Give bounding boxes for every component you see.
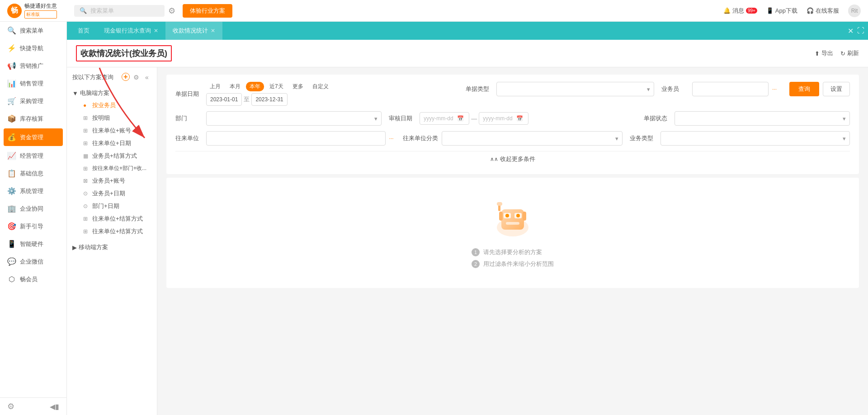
scheme-item-dept-date[interactable]: ⊙ 部门+日期	[72, 200, 151, 212]
date-btn-custom[interactable]: 自定义	[309, 82, 332, 91]
sidebar-item-wechat[interactable]: 💬 企业微信	[0, 253, 66, 270]
unit-dept-collect-label: 按往来单位+部门+收...	[92, 165, 146, 172]
svg-point-5	[516, 214, 520, 217]
export-btn[interactable]: ⬆ 导出	[815, 49, 833, 57]
counterparty-cat-dropdown[interactable]: ▾	[442, 131, 623, 146]
sidebar-item-operations[interactable]: 📈 经营管理	[0, 147, 66, 165]
wechat-icon: 💬	[7, 257, 16, 266]
tab-maximize-icon[interactable]: ⛶	[857, 27, 864, 35]
dept-date-icon: ⊙	[83, 203, 90, 209]
tab-bar: 首页 现金银行流水查询 ✕ 收款情况统计 ✕ ✕ ⛶	[67, 22, 868, 40]
bill-type-dropdown[interactable]: ▾	[496, 82, 654, 96]
scheme-item-staff-account[interactable]: ⊠ 业务员+账号	[72, 174, 151, 187]
scheme-add-icon[interactable]: +	[122, 73, 130, 81]
counterparty-more-btn[interactable]: ···	[387, 135, 396, 141]
settings-btn-filter[interactable]: 设置	[823, 82, 850, 96]
svg-point-4	[505, 214, 509, 217]
unit-date-icon: ⊞	[83, 140, 90, 146]
sidebar-item-smart-hw[interactable]: 📱 智能硬件	[0, 235, 66, 253]
scheme-mobile-title[interactable]: ▶ 移动端方案	[72, 241, 151, 253]
query-btn[interactable]: 查询	[789, 82, 819, 96]
sidebar-item-enterprise[interactable]: 🏢 企业协同	[0, 200, 66, 217]
tab-bar-right: ✕ ⛶	[848, 27, 864, 35]
tab-home[interactable]: 首页	[71, 27, 97, 35]
bill-status-dropdown[interactable]: ▾	[675, 111, 850, 126]
mobile-expand-icon: ▶	[72, 244, 77, 251]
staff-more-btn[interactable]: ···	[770, 86, 778, 92]
bottom-collapse-icon[interactable]: ◀▮	[50, 402, 59, 411]
bottom-settings-icon[interactable]: ⚙	[7, 401, 14, 411]
date-btn-this-month[interactable]: 本月	[226, 82, 244, 91]
date-picker-area: 上月 本月 本年 近7天 更多 自定义 2023-01-01	[206, 82, 332, 106]
messages-btn[interactable]: 🔔 消息 99+	[723, 7, 757, 15]
scheme-item-staff-date[interactable]: ⊙ 业务员+日期	[72, 187, 151, 200]
header-search-box[interactable]: 🔍 搜索菜单	[74, 5, 165, 17]
filter-row-1: 单据日期 上月 本月 本年 近7天 更多 自定义	[175, 82, 850, 106]
tab-collection-stats-label: 收款情况统计	[173, 27, 208, 35]
online-service-btn[interactable]: 🎧 在线客服	[807, 7, 839, 15]
sidebar-label-guide: 新手引导	[20, 222, 43, 231]
svg-rect-7	[499, 212, 503, 221]
date-quick-btns: 上月 本月 本年 近7天 更多 自定义	[206, 82, 332, 91]
tab-bank-flow-close[interactable]: ✕	[154, 28, 158, 34]
audit-start-placeholder: yyyy-mm-dd	[424, 115, 453, 122]
export-label: 导出	[821, 49, 833, 57]
tab-collection-stats[interactable]: 收款情况统计 ✕	[165, 22, 222, 40]
filter-staff-group: 业务员 ··· 查询 设置	[661, 82, 850, 96]
date-btn-last-month[interactable]: 上月	[206, 82, 224, 91]
sidebar-item-member[interactable]: ⬡ 畅会员	[0, 270, 66, 288]
dept-dropdown[interactable]: ▾	[206, 111, 382, 126]
staff-dropdown[interactable]	[692, 82, 769, 96]
sidebar-item-quick-nav[interactable]: ⚡ 快捷导航	[0, 39, 66, 57]
scheme-item-staff-settlement[interactable]: ▦ 业务员+结算方式	[72, 150, 151, 162]
desktop-expand-icon: ▼	[72, 90, 78, 97]
app-download-btn[interactable]: 📱 App下载	[766, 7, 797, 15]
scheme-item-unit-account[interactable]: ⊞ 往来单位+账号	[72, 124, 151, 137]
scheme-item-by-staff[interactable]: ● 按业务员	[72, 99, 151, 112]
mobile-title-label: 移动端方案	[79, 243, 108, 251]
sidebar-item-basic-info[interactable]: 📋 基础信息	[0, 165, 66, 182]
scheme-item-by-detail[interactable]: ⊞ 按明细	[72, 112, 151, 124]
date-btn-7days[interactable]: 近7天	[266, 82, 287, 91]
date-btn-this-year[interactable]: 本年	[246, 82, 264, 91]
sidebar-item-sys-admin[interactable]: ⚙️ 系统管理	[0, 182, 66, 200]
trial-btn[interactable]: 体验行业方案	[183, 4, 232, 18]
bill-type-label: 单据类型	[466, 85, 493, 93]
sidebar-item-purchase[interactable]: 🛒 采购管理	[0, 92, 66, 110]
scheme-item-unit-date[interactable]: ⊞ 往来单位+日期	[72, 137, 151, 150]
headset-icon: 🎧	[807, 7, 814, 14]
sidebar-item-guide[interactable]: 🎯 新手引导	[0, 217, 66, 235]
refresh-btn[interactable]: ↻ 刷新	[840, 49, 859, 57]
date-end-input[interactable]: 2023-12-31	[251, 93, 287, 106]
audit-start-input[interactable]: yyyy-mm-dd 📅	[420, 112, 469, 125]
collapse-bar[interactable]: ∧∧ 收起更多条件	[175, 151, 850, 167]
counterparty-dropdown[interactable]	[206, 131, 386, 146]
date-start-input[interactable]: 2023-01-01	[206, 93, 242, 106]
user-avatar[interactable]: Rit	[848, 5, 861, 17]
settings-icon[interactable]: ⚙	[168, 6, 175, 16]
scheme-item-unit-settlement1[interactable]: ⊞ 往来单位+结算方式	[72, 212, 151, 225]
sidebar-item-marketing[interactable]: 📢 营销推广	[0, 57, 66, 75]
sidebar-item-search-menu[interactable]: 🔍 搜索菜单	[0, 22, 66, 39]
filter-dept-group: 部门 ▾	[175, 111, 382, 126]
audit-end-input[interactable]: yyyy-mm-dd 📅	[479, 112, 528, 125]
sidebar-item-inventory[interactable]: 📦 库存核算	[0, 110, 66, 127]
scheme-collapse-icon[interactable]: «	[142, 73, 151, 82]
business-type-dropdown[interactable]: ▾	[660, 131, 850, 146]
date-btn-more[interactable]: 更多	[289, 82, 307, 91]
scheme-desktop-title[interactable]: ▼ 电脑端方案	[72, 87, 151, 99]
date-end-value: 2023-12-31	[255, 96, 283, 103]
tab-collection-stats-close[interactable]: ✕	[211, 28, 215, 34]
svg-rect-8	[523, 212, 526, 221]
by-staff-icon: ●	[83, 102, 90, 108]
scheme-item-unit-dept-collect[interactable]: ⊞ 按往来单位+部门+收...	[72, 162, 151, 174]
bill-status-label: 单据状态	[644, 114, 671, 123]
tab-bank-flow[interactable]: 现金银行流水查询 ✕	[97, 22, 165, 40]
scheme-settings-icon[interactable]: ⚙	[132, 73, 141, 82]
scheme-item-unit-settlement2[interactable]: ⊞ 往来单位+结算方式	[72, 225, 151, 238]
tab-close-all-icon[interactable]: ✕	[848, 27, 854, 35]
sidebar-item-sales[interactable]: 📊 销售管理	[0, 75, 66, 92]
sys-admin-icon: ⚙️	[7, 187, 16, 195]
business-type-chevron: ▾	[843, 135, 846, 142]
sidebar-item-finance[interactable]: 💰 资金管理	[4, 128, 63, 146]
